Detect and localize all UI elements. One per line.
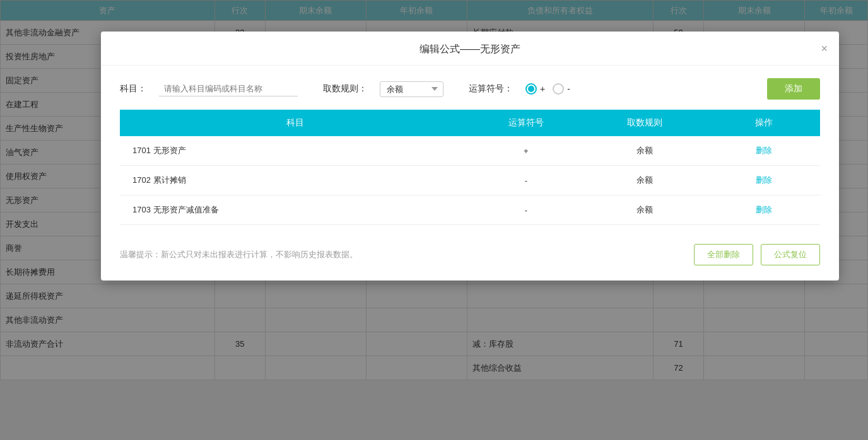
th-action: 操作 (708, 110, 820, 136)
delete-all-button[interactable]: 全部删除 (694, 244, 753, 265)
reset-formula-button[interactable]: 公式复位 (761, 244, 820, 265)
subject-input[interactable] (159, 81, 298, 96)
modal-title: 编辑公式——无形资产 (419, 43, 520, 56)
modal-footer: 温馨提示：新公式只对未出报表进行计算，不影响历史报表数据。 全部删除 公式复位 (101, 231, 839, 265)
rule-label: 取数规则： (323, 83, 367, 95)
formula-rule: 余额 (582, 195, 708, 225)
rule-select[interactable]: 余额 借方发生额 贷方发生额 期初余额 (380, 81, 443, 97)
formula-subject: 1703 无形资产减值准备 (120, 195, 470, 225)
minus-radio-label: - (567, 84, 570, 94)
formula-rule: 余额 (582, 136, 708, 166)
operator-label: 运算符号： (469, 83, 513, 95)
formula-table: 科目 运算符号 取数规则 操作 1701 无形资产 + 余额 删除 1702 累… (120, 110, 820, 225)
formula-action: 删除 (708, 166, 820, 195)
delete-row-link[interactable]: 删除 (756, 146, 772, 155)
formula-row: 1701 无形资产 + 余额 删除 (120, 136, 820, 166)
formula-subject: 1701 无形资产 (120, 136, 470, 166)
operator-plus-radio[interactable]: + (525, 83, 545, 95)
footer-buttons: 全部删除 公式复位 (694, 244, 820, 265)
edit-formula-modal: 编辑公式——无形资产 × 科目： 取数规则： 余额 借方发生额 贷方发生额 期初… (101, 32, 839, 281)
operator-minus-radio[interactable]: - (553, 83, 570, 95)
table-header: 科目 运算符号 取数规则 操作 (120, 110, 820, 136)
formula-table-body: 1701 无形资产 + 余额 删除 1702 累计摊销 - 余额 删除 1703… (120, 136, 820, 225)
footer-tip: 温馨提示：新公式只对未出报表进行计算，不影响历史报表数据。 (120, 249, 358, 260)
formula-form: 科目： 取数规则： 余额 借方发生额 贷方发生额 期初余额 运算符号： + - … (101, 66, 839, 110)
operator-radio-group: + - (525, 83, 570, 95)
formula-subject: 1702 累计摊销 (120, 166, 470, 195)
plus-radio-circle (525, 83, 537, 95)
formula-action: 删除 (708, 136, 820, 166)
formula-row: 1703 无形资产减值准备 - 余额 删除 (120, 195, 820, 225)
delete-row-link[interactable]: 删除 (756, 205, 772, 214)
subject-label: 科目： (120, 83, 146, 95)
th-operator: 运算符号 (470, 110, 582, 136)
modal-header: 编辑公式——无形资产 × (101, 32, 839, 66)
formula-rule: 余额 (582, 166, 708, 195)
formula-operator: - (470, 195, 582, 225)
formula-operator: + (470, 136, 582, 166)
modal-close-button[interactable]: × (821, 43, 828, 54)
add-button[interactable]: 添加 (767, 78, 820, 100)
delete-row-link[interactable]: 删除 (756, 175, 772, 185)
formula-action: 删除 (708, 195, 820, 225)
formula-row: 1702 累计摊销 - 余额 删除 (120, 166, 820, 195)
formula-operator: - (470, 166, 582, 195)
minus-radio-circle (553, 83, 564, 95)
plus-radio-label: + (540, 84, 545, 94)
th-subject: 科目 (120, 110, 470, 136)
rule-select-wrapper: 余额 借方发生额 贷方发生额 期初余额 (380, 81, 443, 97)
th-rule: 取数规则 (582, 110, 708, 136)
